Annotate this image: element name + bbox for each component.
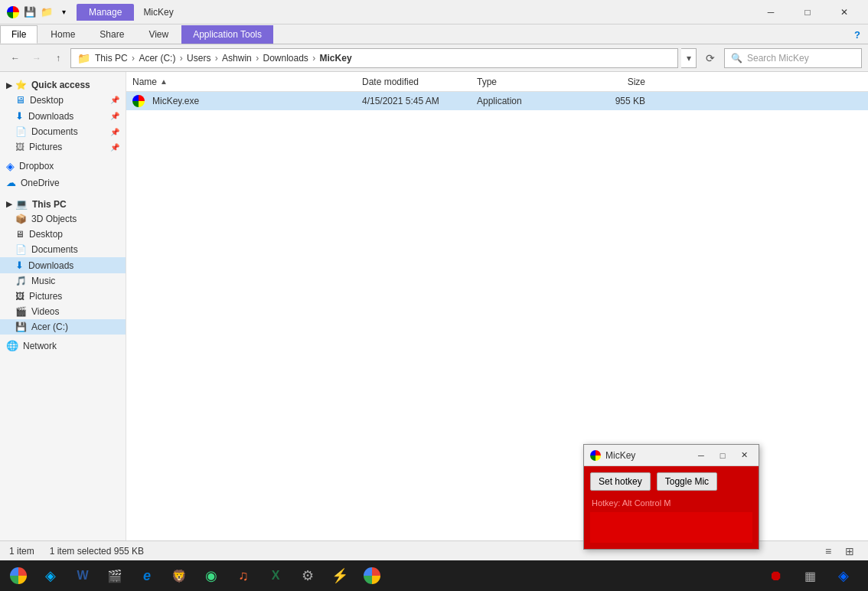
- tab-file[interactable]: File: [0, 25, 38, 44]
- sidebar-item-onedrive[interactable]: ☁ OneDrive: [0, 175, 126, 191]
- taskbar-dropbox[interactable]: ◈: [828, 562, 859, 589]
- taskbar-alienware[interactable]: ◈: [35, 562, 66, 589]
- taskbar-settings[interactable]: ⚙: [292, 562, 323, 589]
- sidebar-item-network[interactable]: 🌐 Network: [0, 338, 126, 354]
- sidebar-item-pictures-pc[interactable]: 🖼 Pictures: [0, 289, 126, 304]
- sidebar-music-label: Music: [31, 276, 119, 286]
- file-name-text: MicKey.exe: [152, 96, 199, 106]
- sidebar-item-downloads-qa[interactable]: ⬇ Downloads 📌: [0, 108, 126, 124]
- ribbon-tabs: File Home Share View Application Tools ?: [0, 24, 868, 44]
- back-button[interactable]: ←: [6, 49, 24, 67]
- sidebar-item-dropbox[interactable]: ◈ Dropbox: [0, 158, 126, 175]
- sidebar: ▶ ⭐ Quick access 🖥 Desktop 📌 ⬇ Downloads…: [0, 72, 126, 540]
- sidebar-item-videos[interactable]: 🎬 Videos: [0, 304, 126, 319]
- quick-access-arrow: ▶: [6, 81, 12, 90]
- sidebar-item-desktop-qa[interactable]: 🖥 Desktop 📌: [0, 92, 126, 108]
- taskbar-android[interactable]: ◉: [196, 562, 227, 589]
- sidebar-3d-label: 3D Objects: [31, 214, 119, 224]
- downloads-icon: ⬇: [15, 110, 24, 122]
- mickey-close-button[interactable]: ✕: [736, 447, 752, 464]
- quick-access-toolbar-folder[interactable]: 📁: [40, 5, 54, 19]
- large-icons-button[interactable]: ⊞: [840, 543, 859, 560]
- breadcrumb: This PC › Acer (C:) › Users › Ashwin › D…: [95, 53, 352, 64]
- taskbar-chrome2[interactable]: [357, 562, 387, 589]
- details-view-button[interactable]: ≡: [819, 543, 837, 560]
- tab-application-tools[interactable]: Application Tools: [181, 25, 273, 44]
- sidebar-downloads-label: Downloads: [28, 111, 106, 122]
- taskbar-chrome[interactable]: [3, 562, 34, 589]
- taskbar-excel[interactable]: X: [260, 562, 291, 589]
- set-hotkey-button[interactable]: Set hotkey: [590, 472, 651, 491]
- sidebar-desktop2-label: Desktop: [29, 229, 119, 240]
- file-size-cell: 955 KB: [569, 96, 645, 106]
- col-type-header[interactable]: Type: [477, 77, 569, 87]
- sidebar-acer-label: Acer (C:): [31, 322, 119, 332]
- file-name-cell: MicKey.exe: [132, 95, 362, 107]
- taskbar: ◈ W 🎬 e 🦁 ◉ ♫ X ⚙ ⚡ ⏺ ▦ ◈: [0, 560, 868, 591]
- tab-home[interactable]: Home: [39, 25, 86, 44]
- close-button[interactable]: ✕: [827, 0, 862, 24]
- sidebar-item-documents-pc[interactable]: 📄 Documents: [0, 242, 126, 257]
- sidebar-item-3dobjects[interactable]: 📦 3D Objects: [0, 211, 126, 227]
- documents-icon: 📄: [15, 126, 27, 137]
- sidebar-item-pictures-qa[interactable]: 🖼 Pictures 📌: [0, 139, 126, 155]
- sidebar-item-downloads-pc[interactable]: ⬇ Downloads: [0, 257, 126, 273]
- manage-tab[interactable]: Manage: [77, 4, 134, 21]
- col-name-header[interactable]: Name ▲: [132, 77, 362, 87]
- pictures2-icon: 🖼: [15, 291, 24, 302]
- app-icon: [6, 5, 20, 19]
- sidebar-dropbox-label: Dropbox: [19, 161, 119, 171]
- col-size-header[interactable]: Size: [569, 77, 645, 87]
- refresh-button[interactable]: ⟳: [700, 47, 721, 69]
- sidebar-item-acer-c[interactable]: 💾 Acer (C:): [0, 319, 126, 335]
- videos-icon: 🎬: [15, 306, 27, 317]
- window-title: MicKey: [143, 7, 173, 18]
- tab-view[interactable]: View: [137, 25, 180, 44]
- table-row[interactable]: MicKey.exe 4/15/2021 5:45 AM Application…: [126, 92, 868, 110]
- taskbar-flash[interactable]: ⚡: [325, 562, 355, 589]
- maximize-button[interactable]: □: [790, 0, 825, 24]
- taskbar-edge[interactable]: e: [132, 562, 162, 589]
- taskbar-video[interactable]: 🎬: [100, 562, 130, 589]
- thispc-label: This PC: [32, 199, 67, 210]
- mickey-minimize-button[interactable]: ─: [693, 447, 710, 464]
- quick-access-header[interactable]: ▶ ⭐ Quick access: [0, 75, 126, 92]
- taskbar-right: ⏺ ▦ ◈: [761, 562, 865, 589]
- pin-icon-3: 📌: [110, 128, 119, 136]
- title-bar-icons: 💾 📁 ▾: [6, 5, 70, 19]
- col-name-label: Name: [132, 77, 157, 87]
- drive-icon: 💾: [15, 322, 27, 332]
- onedrive-icon: ☁: [6, 177, 16, 188]
- taskbar-sys1[interactable]: ▦: [795, 562, 825, 589]
- help-button[interactable]: ?: [847, 26, 868, 44]
- search-box[interactable]: 🔍 Search MicKey: [724, 48, 862, 68]
- sidebar-network-label: Network: [23, 341, 119, 351]
- file-date-cell: 4/15/2021 5:45 AM: [362, 96, 477, 106]
- thispc-header[interactable]: ▶ 💻 This PC: [0, 194, 126, 211]
- 3dobjects-icon: 📦: [15, 214, 27, 224]
- quick-access-label: Quick access: [31, 80, 90, 90]
- toggle-mic-button[interactable]: Toggle Mic: [657, 472, 717, 491]
- address-path[interactable]: 📁 This PC › Acer (C:) › Users › Ashwin ›…: [70, 48, 678, 68]
- sidebar-item-desktop-pc[interactable]: 🖥 Desktop: [0, 227, 126, 242]
- selection-info: 1 item selected 955 KB: [50, 546, 144, 557]
- thispc-arrow: ▶: [6, 200, 12, 208]
- sidebar-item-documents-qa[interactable]: 📄 Documents 📌: [0, 124, 126, 139]
- tab-share[interactable]: Share: [88, 25, 135, 44]
- quick-access-toolbar-save[interactable]: 💾: [23, 5, 37, 19]
- taskbar-record[interactable]: ⏺: [761, 562, 791, 589]
- taskbar-music[interactable]: ♫: [228, 562, 259, 589]
- column-headers: Name ▲ Date modified Type Size: [126, 72, 868, 92]
- pin-icon-2: 📌: [110, 112, 119, 120]
- mickey-maximize-button[interactable]: □: [714, 447, 731, 464]
- up-button[interactable]: ↑: [49, 49, 67, 67]
- sidebar-downloads2-label: Downloads: [28, 260, 119, 271]
- taskbar-brave[interactable]: 🦁: [164, 562, 194, 589]
- taskbar-word[interactable]: W: [67, 562, 98, 589]
- quick-access-dropdown[interactable]: ▾: [57, 5, 70, 19]
- address-dropdown[interactable]: ▾: [681, 48, 697, 68]
- forward-button[interactable]: →: [28, 49, 46, 67]
- minimize-button[interactable]: ─: [753, 0, 788, 24]
- col-date-header[interactable]: Date modified: [362, 77, 477, 87]
- sidebar-item-music[interactable]: 🎵 Music: [0, 273, 126, 289]
